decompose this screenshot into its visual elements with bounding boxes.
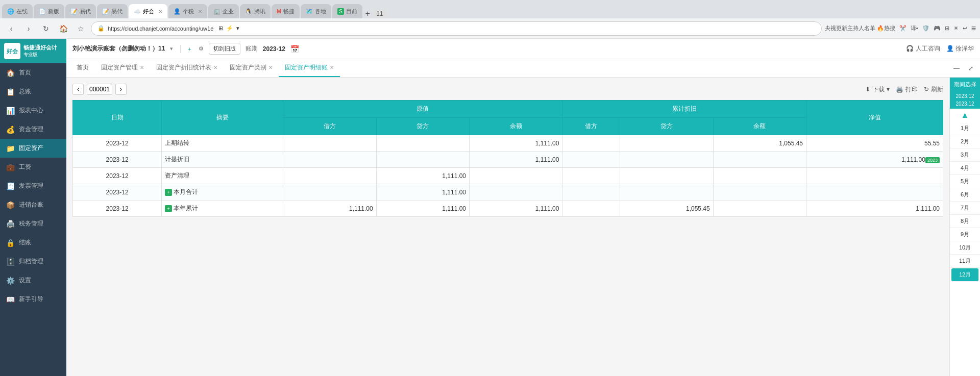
period-month-12[interactable]: 12月 <box>951 268 978 282</box>
grid-icon[interactable]: ⊞ <box>945 25 949 32</box>
cell-orig-balance: 1,111.00 <box>470 135 562 152</box>
cell-depr-debit <box>562 184 620 200</box>
tab-close-icon[interactable]: ✕ <box>198 9 202 14</box>
forward-button[interactable]: › <box>21 21 36 36</box>
browser-tab-new[interactable]: 📄 新版 <box>34 4 64 18</box>
top-bar-actions: 🎧 人工咨询 👤 徐泽华 <box>906 44 974 53</box>
period-month-5[interactable]: 5月 <box>950 175 980 188</box>
browser-tab-yidai2[interactable]: 📝 易代 <box>97 4 128 18</box>
cell-orig-credit <box>376 135 469 152</box>
brightness-icon[interactable]: ☀ <box>953 25 959 32</box>
tab-depreciation-stats[interactable]: 固定资产折旧统计表 ✕ <box>150 59 224 77</box>
download-button[interactable]: ⬇ 下载 ▾ <box>865 85 890 94</box>
tab-fixed-assets-management[interactable]: 固定资产管理 ✕ <box>95 59 150 77</box>
period-month-3[interactable]: 3月 <box>950 148 980 162</box>
print-button[interactable]: 🖨️ 打印 <box>896 85 918 94</box>
calendar-icon[interactable]: 📅 <box>290 45 299 53</box>
period-month-7[interactable]: 7月 <box>950 202 980 215</box>
sidebar-item-tax[interactable]: 🖨️ 税务管理 <box>0 214 66 233</box>
menu-icon[interactable]: ≡ <box>971 24 976 33</box>
switch-version-button[interactable]: 切到旧版 <box>209 43 240 55</box>
browser-tab-changjie[interactable]: M 畅捷 <box>272 4 300 18</box>
period-dates: 2023.12 2023.12 <box>950 91 980 109</box>
tab-close-icon[interactable]: ✕ <box>140 65 144 70</box>
tab-fixed-assets-detail-ledger[interactable]: 固定资产明细账 ✕ <box>279 59 340 77</box>
period-month-8[interactable]: 8月 <box>950 215 980 228</box>
period-month-2[interactable]: 2月 <box>950 135 980 148</box>
sidebar-item-close-accounts[interactable]: 🔒 结账 <box>0 233 66 252</box>
sidebar-item-report-center[interactable]: 📊 报表中心 <box>0 101 66 120</box>
period-month-10[interactable]: 10月 <box>950 241 980 255</box>
browser-tab-online[interactable]: 🌐 在线 <box>2 4 33 18</box>
dropdown-chevron-icon: ▾ <box>887 86 890 93</box>
sidebar-item-guide[interactable]: 📖 新手引导 <box>0 290 66 309</box>
browser-tab-qiye[interactable]: 🏢 企业 <box>208 4 239 18</box>
sidebar-item-home[interactable]: 🏠 首页 <box>0 63 66 82</box>
sidebar-item-archive[interactable]: 🗄️ 归档管理 <box>0 252 66 271</box>
tab-close-icon[interactable]: ✕ <box>158 9 162 14</box>
settings-gear-icon[interactable]: ⚙ <box>199 45 204 52</box>
cell-depr-balance: 1,055.45 <box>713 135 806 152</box>
user-profile-btn[interactable]: 👤 徐泽华 <box>946 44 974 53</box>
period-month-4[interactable]: 4月 <box>950 162 980 175</box>
home-button[interactable]: 🏠 <box>56 21 70 36</box>
tab-close-icon[interactable]: ✕ <box>268 65 273 70</box>
prev-page-button[interactable]: ‹ <box>72 84 84 95</box>
browser-tab-muqian[interactable]: S 目前 <box>332 4 362 18</box>
add-account-btn[interactable]: + <box>188 46 191 52</box>
minimize-icon[interactable]: — <box>951 63 962 73</box>
period-month-9[interactable]: 9月 <box>950 228 980 241</box>
new-tab-controls: + 11 <box>365 9 386 18</box>
period-month-11[interactable]: 11月 <box>950 255 980 268</box>
scroll-up-button[interactable]: ▲ <box>950 109 980 122</box>
translate-icon[interactable]: 译• <box>911 24 918 32</box>
browser-tab-gedi[interactable]: 🗺️ 各地 <box>301 4 331 18</box>
tab-fixed-assets-category[interactable]: 固定资产类别 ✕ <box>224 59 279 77</box>
sidebar-item-salary[interactable]: 💼 工资 <box>0 158 66 177</box>
logo-sub: 专业版 <box>23 52 57 58</box>
browser-tab-haohui[interactable]: ☁️ 好会 ✕ <box>129 4 167 18</box>
period-month-6[interactable]: 6月 <box>950 188 980 202</box>
help-btn[interactable]: 🎧 人工咨询 <box>906 44 940 53</box>
sidebar-item-invoice[interactable]: 🧾 发票管理 <box>0 177 66 195</box>
dropdown-icon[interactable]: ▾ <box>236 25 239 32</box>
sidebar-item-settings[interactable]: ⚙️ 设置 <box>0 271 66 290</box>
bookmark-button[interactable]: ☆ <box>74 21 88 36</box>
cut-icon[interactable]: ✂️ <box>899 25 906 32</box>
browser-tab-yidai1[interactable]: 📝 易代 <box>65 4 96 18</box>
history-icon[interactable]: ↩ <box>963 25 967 32</box>
period-end-date: 2023.12 <box>951 100 979 108</box>
back-button[interactable]: ‹ <box>4 21 18 36</box>
tab-home[interactable]: 首页 <box>70 59 95 77</box>
period-month-1[interactable]: 1月 <box>950 122 980 135</box>
tab-close-icon[interactable]: ✕ <box>330 65 334 70</box>
cell-summary: 计提折旧 <box>162 152 283 168</box>
maximize-icon[interactable]: ⤢ <box>966 63 976 73</box>
sidebar-item-fixed-assets[interactable]: 📁 固定资产 <box>0 139 66 158</box>
browser-tab-geshui[interactable]: 👤 个税 ✕ <box>168 4 207 18</box>
new-tab-btn[interactable]: + <box>365 9 370 18</box>
dropdown-arrow[interactable]: ▾ <box>170 45 173 52</box>
extension-icon[interactable]: 🛡️ <box>922 25 929 32</box>
refresh-button[interactable]: ↻ 刷新 <box>924 85 943 94</box>
sidebar-item-fund-management[interactable]: 💰 资金管理 <box>0 120 66 139</box>
tab-icon: 📄 <box>39 8 46 15</box>
page-number-input[interactable] <box>87 84 112 95</box>
tab-close-icon[interactable]: ✕ <box>213 65 217 70</box>
table-row: 2023-12 计提折旧 1,111.00 1,111.002023 <box>73 152 943 168</box>
next-page-button[interactable]: › <box>115 84 127 95</box>
sidebar-item-purchase-sale[interactable]: 📦 进销台账 <box>0 195 66 214</box>
cell-orig-balance: 1,111.00 <box>470 200 562 217</box>
browser-tab-tengxun[interactable]: 🐧 腾讯 <box>240 4 271 18</box>
refresh-button[interactable]: ↻ <box>39 21 53 36</box>
game-icon[interactable]: 🎮 <box>934 25 941 32</box>
cell-orig-debit: 1,111.00 <box>283 200 376 217</box>
url-bar[interactable]: 🔒 https://cloud.chanjet.com/accounting/u… <box>91 21 822 36</box>
pagination-control: ‹ › <box>72 84 127 95</box>
cell-depr-credit: 1,055.45 <box>620 200 713 217</box>
closeacc-icon: 🔒 <box>6 239 15 247</box>
sidebar-item-general-ledger[interactable]: 📋 总账 <box>0 82 66 101</box>
tab-icon: 📝 <box>70 8 78 15</box>
cell-depr-credit <box>620 168 713 184</box>
table-row: 2023-12 +本月合计 1,111.00 <box>73 184 943 200</box>
